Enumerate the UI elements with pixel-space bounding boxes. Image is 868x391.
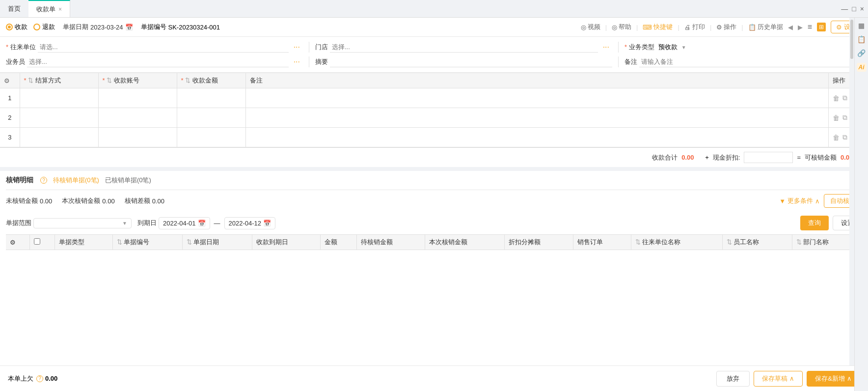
prev-info-icon[interactable]: ? — [36, 375, 43, 382]
range-chevron-icon: ▼ — [122, 221, 127, 226]
store-more-icon[interactable]: ··· — [600, 43, 612, 52]
row-amount-1[interactable] — [177, 88, 245, 108]
row-account-3[interactable] — [98, 128, 177, 147]
th-account-label: 收款账号 — [114, 77, 139, 84]
sidebar-list-icon[interactable]: 📋 — [857, 35, 866, 43]
unchecked-val: 0.00 — [40, 197, 52, 205]
hexiao-header: 核销明细 ? 待核销单据(0笔) 已核销单据(0笔) — [6, 171, 862, 190]
table-row: 2 🗑 ⧉ — [0, 108, 868, 128]
sidebar-ai-icon[interactable]: Ai — [857, 63, 867, 72]
query-btn[interactable]: 查询 — [800, 216, 829, 230]
main-table: ⚙ ⇅ 结算方式 ⇅ 收款账号 ⇅ 收款金额 备注 — [0, 73, 868, 147]
nav-right-btn[interactable]: ▶ — [798, 24, 803, 31]
scrollbar-thumb[interactable] — [850, 20, 853, 59]
hexiao-stats: 未核销金额 0.00 本次核销金额 0.00 核销差额 0.00 ▼ 更多条件 … — [6, 190, 862, 212]
nav-left-btn[interactable]: ◀ — [788, 24, 793, 31]
menu-icon[interactable]: ≡ — [808, 23, 812, 31]
calendar-icon[interactable]: 📅 — [125, 24, 133, 31]
window-max-btn[interactable]: □ — [852, 5, 856, 13]
abandon-btn[interactable]: 放弃 — [716, 371, 750, 387]
row-amount-3[interactable] — [177, 128, 245, 147]
video-btn[interactable]: ◎ 视频 — [581, 23, 600, 31]
range-select[interactable]: ▼ — [33, 218, 132, 228]
row-note-2[interactable] — [245, 108, 829, 128]
biz-chevron-icon[interactable]: ▼ — [681, 45, 686, 50]
note-input[interactable] — [639, 56, 862, 67]
unit-input[interactable] — [38, 42, 289, 53]
print-btn[interactable]: 🖨 打印 — [684, 23, 705, 31]
select-all-checkbox[interactable] — [34, 238, 40, 245]
shortcut-btn[interactable]: ⌨ 快捷键 — [643, 23, 673, 31]
hexiao-tab-pending[interactable]: 待核销单据(0笔) — [53, 176, 99, 185]
th-note-label: 备注 — [250, 77, 263, 84]
sort-icon-bth: ⇅ — [117, 238, 122, 246]
unit-more-icon[interactable]: ··· — [291, 43, 303, 52]
video-label: 视频 — [588, 23, 600, 31]
sidebar-table-icon[interactable]: ▦ — [858, 22, 865, 29]
bth-checkbox[interactable] — [30, 235, 55, 250]
sort-icon-bth3: ⇅ — [635, 238, 641, 246]
discount-label: 现金折扣: — [713, 153, 740, 162]
table-settings-header[interactable]: ⚙ — [0, 73, 20, 88]
store-input[interactable] — [330, 42, 598, 53]
hexiao-tab-done[interactable]: 已核销单据(0笔) — [105, 176, 151, 185]
sidebar-link-icon[interactable]: 🔗 — [857, 49, 866, 57]
hexiao-info-icon[interactable]: ? — [40, 177, 47, 184]
row-account-2[interactable] — [98, 108, 177, 128]
print-icon: 🖨 — [684, 24, 691, 31]
tab-active[interactable]: 收款单 × — [28, 0, 70, 17]
delete-icon-3[interactable]: 🗑 — [833, 134, 840, 141]
scrollbar[interactable] — [849, 18, 854, 365]
bth-current-label: 本次核销金额 — [429, 238, 467, 246]
copy-icon-2[interactable]: ⧉ — [842, 113, 847, 122]
more-filter-btn[interactable]: ▼ 更多条件 ∧ — [779, 196, 820, 205]
date-dash: — — [214, 220, 220, 227]
help-btn[interactable]: ◎ 帮助 — [612, 23, 631, 31]
row-jiesuan-3[interactable] — [20, 128, 98, 147]
row-note-1[interactable] — [245, 88, 829, 108]
draft-btn[interactable]: 保存草稿 ∧ — [754, 371, 803, 387]
operation-btn[interactable]: ⚙ 操作 — [716, 23, 736, 31]
due-label: 到期日 — [137, 219, 157, 227]
copy-icon-3[interactable]: ⧉ — [842, 133, 847, 141]
window-min-btn[interactable]: — — [841, 5, 848, 13]
row-jiesuan-1[interactable] — [20, 88, 98, 108]
discount-input[interactable] — [744, 152, 793, 163]
summary-input[interactable] — [330, 56, 612, 67]
date-from-input[interactable]: 2022-04-01 📅 — [159, 217, 210, 229]
history-btn[interactable]: 📋 历史单据 — [748, 23, 783, 31]
staff-more-icon[interactable]: ··· — [291, 57, 303, 66]
delete-icon-1[interactable]: 🗑 — [833, 94, 840, 102]
grid-icon[interactable]: ⊞ — [817, 23, 826, 31]
bth-discount-label: 折扣分摊额 — [509, 238, 541, 246]
form-divider-3 — [309, 56, 309, 67]
staff-input[interactable] — [27, 56, 289, 67]
bth-sales: 销售订单 — [573, 235, 631, 250]
save-chevron-icon: ∧ — [847, 375, 852, 382]
table-gear-icon[interactable]: ⚙ — [4, 77, 10, 84]
date-to-input[interactable]: 2022-04-12 📅 — [224, 217, 276, 229]
staff-field: 业务员 ··· — [6, 56, 303, 67]
footer-right: 放弃 保存草稿 ∧ 保存&新增 ∧ — [716, 371, 860, 387]
th-action-label: 操作 — [833, 77, 845, 84]
eq-label: = — [797, 154, 801, 161]
print-label: 打印 — [692, 23, 705, 31]
delete-icon-2[interactable]: 🗑 — [833, 114, 840, 122]
tab-close-icon[interactable]: × — [58, 6, 62, 13]
sort-icon-bth2: ⇅ — [187, 238, 192, 246]
bth-gear-icon[interactable]: ⚙ — [10, 239, 16, 246]
window-close-btn[interactable]: × — [860, 5, 864, 13]
date-from-value: 2022-04-01 — [163, 220, 196, 227]
tab-home[interactable]: 首页 — [0, 0, 28, 17]
row-amount-2[interactable] — [177, 108, 245, 128]
row-account-1[interactable] — [98, 88, 177, 108]
prev-label: 本单上欠 — [8, 374, 33, 383]
radio-tuikuan[interactable]: 退款 — [33, 23, 55, 31]
radio-shoukuan[interactable]: 收款 — [6, 23, 27, 31]
row-jiesuan-2[interactable] — [20, 108, 98, 128]
date-value[interactable]: 2023-03-24 — [90, 24, 123, 31]
bth-settings[interactable]: ⚙ — [6, 235, 30, 250]
row-note-3[interactable] — [245, 128, 829, 147]
copy-icon-1[interactable]: ⧉ — [842, 94, 847, 102]
save-new-btn[interactable]: 保存&新增 ∧ — [807, 371, 860, 387]
